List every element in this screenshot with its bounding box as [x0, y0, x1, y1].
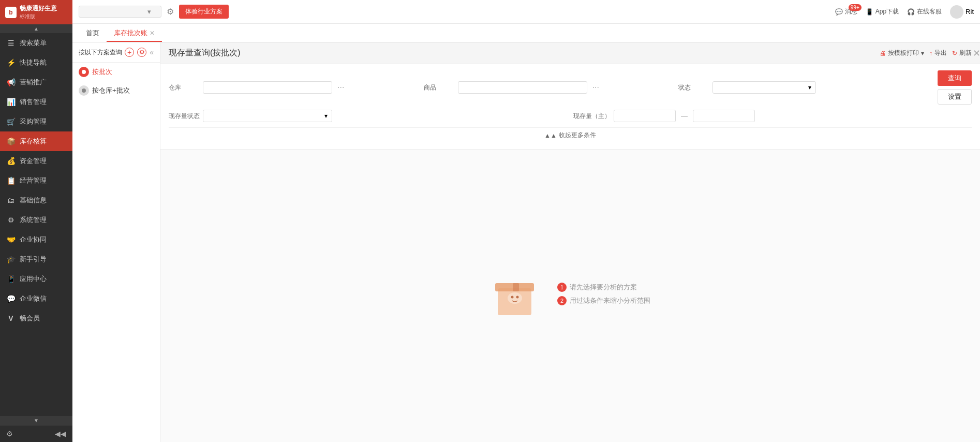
sidebar-item-basic[interactable]: 🗂 基础信息 [0, 190, 72, 210]
sidebar-item-appstore[interactable]: 📱 应用中心 [0, 269, 72, 289]
sidebar: b 畅康通好生意 标准版 ▲ ☰ 搜索菜单 ⚡ 快捷导航 📢 营销推广 📊 销售… [0, 0, 72, 442]
export-button[interactable]: ↑ 导出 [929, 49, 947, 57]
tab-bar: 首页 库存批次账 ✕ [72, 24, 980, 42]
empty-text: 1 请先选择要分析的方案 2 用过滤条件来缩小分析范围 [557, 283, 650, 310]
sidebar-item-label: 销售管理 [20, 97, 47, 107]
filter-actions: 查询 设置 [938, 70, 972, 105]
sidebar-item-quicknav[interactable]: ⚡ 快捷导航 [0, 53, 72, 72]
plan-item-batch[interactable]: 按批次 [72, 63, 160, 81]
sidebar-item-label: 基础信息 [20, 196, 47, 205]
sidebar-item-label: 资金管理 [20, 156, 47, 166]
messages-button[interactable]: 💬 消息 99+ [835, 7, 857, 16]
empty-illustration [490, 270, 542, 322]
plan-icon-active [79, 67, 89, 77]
filter-row-2: 现存量状态 ▾ 现存量（主） — [169, 110, 972, 122]
sidebar-item-inventory[interactable]: 📦 库存核算 [0, 131, 72, 151]
settings-footer-icon[interactable]: ⚙ [6, 430, 13, 438]
operations-icon: 📋 [6, 176, 16, 185]
sidebar-item-purchase[interactable]: 🛒 采购管理 [0, 112, 72, 131]
sidebar-item-label: 库存核算 [20, 137, 47, 146]
sidebar-item-label: 搜索菜单 [20, 38, 47, 48]
inventory-qty-filter: 现存量（主） — [573, 110, 972, 122]
step-2-num: 2 [557, 296, 567, 305]
user-name: Rit [966, 8, 974, 16]
inventory-status-select[interactable]: ▾ [203, 110, 332, 122]
phone-icon: 📱 [866, 8, 873, 16]
logo-icon: b [5, 7, 17, 18]
plan-label: 按仓库+批次 [92, 86, 130, 95]
sidebar-scroll-down[interactable]: ▼ [0, 416, 72, 425]
sidebar-item-label: 应用中心 [20, 274, 47, 284]
left-panel-title: 按以下方案查询 [79, 48, 122, 57]
sidebar-item-member[interactable]: V 畅会员 [0, 308, 72, 328]
product-input[interactable] [458, 81, 587, 94]
system-icon: ⚙ [6, 215, 16, 225]
sidebar-item-search[interactable]: ☰ 搜索菜单 [0, 33, 72, 53]
print-icon: 🖨 [880, 50, 886, 57]
sidebar-scroll-up[interactable]: ▲ [0, 24, 72, 33]
qty-divider: — [679, 112, 690, 120]
user-avatar [950, 5, 963, 19]
inventory-qty-from[interactable] [614, 110, 676, 122]
inventory-qty-to[interactable] [693, 110, 755, 122]
tab-inventory-batch[interactable]: 库存批次账 ✕ [107, 25, 162, 42]
close-panel-icon[interactable]: ✕ [973, 48, 980, 59]
sidebar-item-label: 营销推广 [20, 78, 47, 87]
search-dropdown-icon[interactable]: ▾ [145, 8, 153, 16]
query-button[interactable]: 查询 [938, 70, 972, 86]
plan-item-warehouse-batch[interactable]: 按仓库+批次 [72, 81, 160, 100]
product-filter: 商品 ··· [424, 81, 673, 94]
collapse-filter-button[interactable]: ▲▲ 收起更多条件 [169, 127, 972, 143]
content-area: 按以下方案查询 + ⚙ « 按批次 按仓库+批次 [72, 42, 980, 442]
user-menu[interactable]: Rit [950, 5, 974, 19]
sidebar-item-marketing[interactable]: 📢 营销推广 [0, 72, 72, 92]
sidebar-item-guide[interactable]: 🎓 新手引导 [0, 249, 72, 269]
sidebar-item-system[interactable]: ⚙ 系统管理 [0, 210, 72, 230]
collab-icon: 🤝 [6, 235, 16, 244]
appstore-icon: 📱 [6, 274, 16, 284]
plan-label: 按批次 [92, 67, 112, 77]
collapse-sidebar-icon[interactable]: ◀◀ [55, 430, 66, 438]
tab-inventory-batch-label: 库存批次账 [114, 28, 147, 38]
app-download-button[interactable]: 📱 App下载 [866, 7, 899, 16]
main-area: ▾ ⚙ 体验行业方案 💬 消息 99+ 📱 App下载 🎧 在线客服 Rit [72, 0, 980, 442]
topbar-settings-icon[interactable]: ⚙ [167, 7, 174, 17]
filter-area: 仓库 ··· 商品 ··· 状态 ▾ [160, 64, 980, 150]
add-plan-button[interactable]: + [125, 48, 134, 57]
sidebar-item-collab[interactable]: 🤝 企业协同 [0, 230, 72, 249]
sidebar-item-sales[interactable]: 📊 销售管理 [0, 92, 72, 112]
tab-home[interactable]: 首页 [79, 25, 107, 42]
status-filter: 状态 ▾ [678, 81, 927, 94]
tab-close-icon[interactable]: ✕ [150, 30, 155, 37]
sidebar-item-operations[interactable]: 📋 经营管理 [0, 171, 72, 190]
print-label: 按模板打印 [888, 49, 919, 57]
refresh-button[interactable]: ↻ 刷新 [952, 49, 972, 57]
status-select[interactable]: ▾ [712, 81, 816, 94]
print-dropdown-icon[interactable]: ▾ [921, 50, 924, 57]
sidebar-item-label: 新手引导 [20, 255, 47, 264]
plan-settings-button[interactable]: ⚙ [137, 48, 146, 57]
marketing-icon: 📢 [6, 78, 16, 87]
topbar-search-input[interactable] [83, 8, 145, 16]
sidebar-item-label: 快捷导航 [20, 58, 47, 67]
svg-point-0 [82, 70, 86, 74]
page-header: 现存量查询(按批次) 🖨 按模板打印 ▾ ↑ 导出 ↻ 刷新 [160, 42, 980, 64]
product-more-icon[interactable]: ··· [590, 83, 601, 92]
empty-state: 1 请先选择要分析的方案 2 用过滤条件来缩小分析范围 [160, 150, 980, 442]
topbar-actions: 💬 消息 99+ 📱 App下载 🎧 在线客服 Rit [835, 5, 974, 19]
purchase-icon: 🛒 [6, 117, 16, 126]
refresh-icon: ↻ [952, 50, 957, 57]
panel-collapse-icon[interactable]: « [150, 48, 154, 56]
warehouse-input[interactable] [203, 81, 332, 94]
print-button[interactable]: 🖨 按模板打印 ▾ [880, 49, 924, 57]
sidebar-item-wechat[interactable]: 💬 企业微信 [0, 289, 72, 308]
trial-industry-button[interactable]: 体验行业方案 [179, 5, 229, 19]
topbar-search-box[interactable]: ▾ [79, 6, 161, 18]
sidebar-item-finance[interactable]: 💰 资金管理 [0, 151, 72, 171]
collapse-up-icon: ▲▲ [544, 132, 557, 139]
search-menu-icon: ☰ [6, 38, 16, 48]
settings-button[interactable]: 设置 [938, 89, 972, 105]
warehouse-more-icon[interactable]: ··· [335, 83, 346, 92]
online-service-button[interactable]: 🎧 在线客服 [907, 7, 942, 16]
headset-icon: 🎧 [907, 8, 915, 16]
